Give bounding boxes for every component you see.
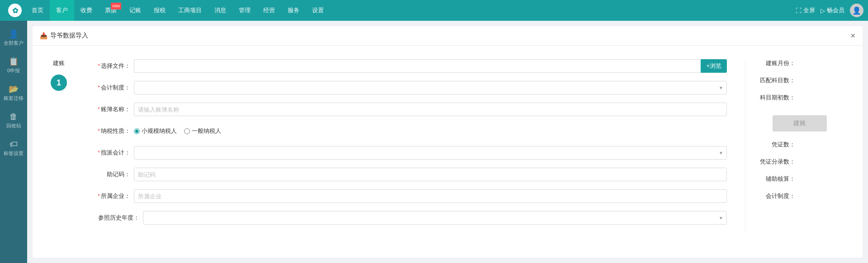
user-icon: 👤 bbox=[852, 6, 861, 15]
sidebar-item-标签设置[interactable]: 🏷标签设置 bbox=[0, 136, 27, 161]
logo[interactable]: ✿ bbox=[5, 0, 25, 21]
accountant-select[interactable] bbox=[134, 146, 727, 160]
voucher-entries-row: 凭证分录数： bbox=[754, 158, 844, 166]
general-taxpayer-option[interactable]: 一般纳税人 bbox=[184, 127, 221, 135]
file-label: 选择文件： bbox=[94, 62, 130, 70]
nav-item-管理[interactable]: 管理 bbox=[232, 0, 257, 21]
panel-close-button[interactable]: × bbox=[850, 32, 855, 40]
sidebar-icon-标签设置: 🏷 bbox=[9, 140, 18, 148]
sidebar-icon-回收站: 🗑 bbox=[9, 113, 18, 121]
small-taxpayer-label: 小规模纳税人 bbox=[142, 127, 177, 135]
company-input[interactable] bbox=[134, 189, 727, 203]
sidebar-item-全部客户[interactable]: 👤全部客户 bbox=[0, 25, 27, 51]
panel-body: 建账 1 选择文件： +浏览 会计制度： bbox=[33, 46, 863, 246]
build-account-btn-wrapper: 建账 bbox=[754, 111, 844, 132]
nav-item-报税[interactable]: 报税 bbox=[147, 0, 172, 21]
company-row: 所属企业： bbox=[94, 189, 727, 203]
nav-item-客户[interactable]: 客户 bbox=[50, 0, 74, 21]
step-badge: 1 bbox=[51, 75, 67, 91]
aux-accounting-label: 辅助核算： bbox=[754, 175, 795, 183]
nav-item-消息[interactable]: 消息 bbox=[208, 0, 232, 21]
general-taxpayer-label: 一般纳税人 bbox=[192, 127, 221, 135]
nav-item-工商项目[interactable]: 工商项目 bbox=[172, 0, 208, 21]
ledger-name-row: 账簿名称： bbox=[94, 103, 727, 116]
content-area: 📥 导爷数据导入 × 建账 1 选择文件： +浏览 bbox=[27, 21, 868, 263]
main-panel: 📥 导爷数据导入 × 建账 1 选择文件： +浏览 bbox=[33, 26, 863, 258]
nav-items: 首页客户收费票据new记账报税工商项目消息管理经营服务设置 bbox=[25, 0, 796, 21]
ledger-name-label: 账簿名称： bbox=[94, 105, 130, 113]
match-subject-row: 匹配科目数： bbox=[754, 76, 844, 85]
account-system-select[interactable] bbox=[134, 81, 727, 94]
ledger-name-input[interactable] bbox=[134, 103, 727, 116]
panel-title-icon: 📥 bbox=[40, 32, 47, 39]
panel-title: 导爷数据导入 bbox=[50, 32, 88, 40]
sidebar-item-0申报[interactable]: 📋0申报 bbox=[0, 53, 27, 79]
tax-type-radio-group: 小规模纳税人 一般纳税人 bbox=[134, 124, 221, 138]
history-year-label: 参照历史年度： bbox=[94, 214, 139, 222]
avatar[interactable]: 👤 bbox=[850, 4, 863, 17]
member-btn[interactable]: ▷ 畅会员 bbox=[821, 6, 844, 14]
nav-item-票据[interactable]: 票据new bbox=[99, 0, 123, 21]
accounting-system-row: 会计制度： bbox=[754, 192, 844, 200]
browse-button[interactable]: +浏览 bbox=[701, 59, 727, 73]
nav-right: ⛶ 全屏 ▷ 畅会员 👤 bbox=[796, 4, 863, 17]
file-input-wrapper: +浏览 bbox=[134, 59, 727, 73]
fullscreen-btn[interactable]: ⛶ 全屏 bbox=[796, 6, 815, 14]
sidebar-label-标签设置: 标签设置 bbox=[4, 150, 24, 157]
nav-item-经营[interactable]: 经营 bbox=[257, 0, 281, 21]
history-year-select[interactable] bbox=[143, 211, 727, 225]
accountant-select-wrapper: ▼ bbox=[134, 146, 727, 160]
sidebar-item-回收站[interactable]: 🗑回收站 bbox=[0, 108, 27, 134]
form-section: 选择文件： +浏览 会计制度： ▼ bbox=[94, 59, 727, 233]
voucher-entries-label: 凭证分录数： bbox=[754, 158, 795, 166]
nav-item-设置[interactable]: 设置 bbox=[306, 0, 330, 21]
logo-icon: ✿ bbox=[8, 4, 22, 17]
play-icon: ▷ bbox=[821, 7, 825, 14]
nav-item-服务[interactable]: 服务 bbox=[281, 0, 306, 21]
sidebar-label-回收站: 回收站 bbox=[6, 122, 21, 129]
history-year-row: 参照历史年度： ▼ bbox=[94, 211, 727, 225]
memo-row: 助记码： bbox=[94, 168, 727, 181]
sidebar-label-账套迁移: 账套迁移 bbox=[4, 95, 24, 102]
step-section: 建账 1 bbox=[51, 59, 76, 233]
accountant-label: 指派会计： bbox=[94, 149, 130, 157]
history-year-select-wrapper: ▼ bbox=[143, 211, 727, 225]
match-subject-label: 匹配科目数： bbox=[754, 76, 795, 85]
nav-item-记账[interactable]: 记账 bbox=[123, 0, 147, 21]
memo-input[interactable] bbox=[134, 168, 727, 181]
voucher-count-label: 凭证数： bbox=[754, 141, 795, 149]
account-system-label: 会计制度： bbox=[94, 84, 130, 92]
sidebar-icon-0申报: 📋 bbox=[9, 57, 19, 66]
account-month-row: 建账月份： bbox=[754, 59, 844, 67]
tax-type-label: 纳税性质： bbox=[94, 127, 130, 135]
accounting-system-label: 会计制度： bbox=[754, 192, 795, 200]
nav-badge-票据: new bbox=[111, 3, 121, 9]
account-system-row: 会计制度： ▼ bbox=[94, 81, 727, 94]
voucher-count-row: 凭证数： bbox=[754, 141, 844, 149]
main-layout: 👤全部客户📋0申报📂账套迁移🗑回收站🏷标签设置 📥 导爷数据导入 × 建账 1 bbox=[0, 21, 868, 263]
small-taxpayer-radio[interactable] bbox=[134, 128, 140, 134]
company-label: 所属企业： bbox=[94, 192, 130, 200]
memo-label: 助记码： bbox=[94, 170, 130, 178]
nav-item-首页[interactable]: 首页 bbox=[25, 0, 50, 21]
sidebar-label-0申报: 0申报 bbox=[7, 67, 20, 74]
file-select-row: 选择文件： +浏览 bbox=[94, 59, 727, 73]
initial-balance-label: 科目期初数： bbox=[754, 94, 795, 102]
nav-item-收费[interactable]: 收费 bbox=[74, 0, 99, 21]
panel-header: 📥 导爷数据导入 × bbox=[33, 26, 863, 46]
fullscreen-icon: ⛶ bbox=[796, 7, 802, 14]
sidebar: 👤全部客户📋0申报📂账套迁移🗑回收站🏷标签设置 bbox=[0, 21, 27, 263]
initial-balance-row: 科目期初数： bbox=[754, 94, 844, 102]
info-section: 建账月份： 匹配科目数： 科目期初数： 建账 bbox=[745, 59, 844, 233]
sidebar-icon-全部客户: 👤 bbox=[9, 30, 19, 38]
tax-type-row: 纳税性质： 小规模纳税人 一般纳税人 bbox=[94, 124, 727, 138]
sidebar-icon-账套迁移: 📂 bbox=[9, 85, 19, 93]
sidebar-label-全部客户: 全部客户 bbox=[4, 40, 24, 47]
build-account-button[interactable]: 建账 bbox=[773, 115, 827, 132]
account-system-select-wrapper: ▼ bbox=[134, 81, 727, 94]
general-taxpayer-radio[interactable] bbox=[184, 128, 190, 134]
file-input[interactable] bbox=[134, 59, 701, 73]
step-label: 建账 bbox=[53, 59, 65, 67]
small-taxpayer-option[interactable]: 小规模纳税人 bbox=[134, 127, 177, 135]
sidebar-item-账套迁移[interactable]: 📂账套迁移 bbox=[0, 80, 27, 106]
